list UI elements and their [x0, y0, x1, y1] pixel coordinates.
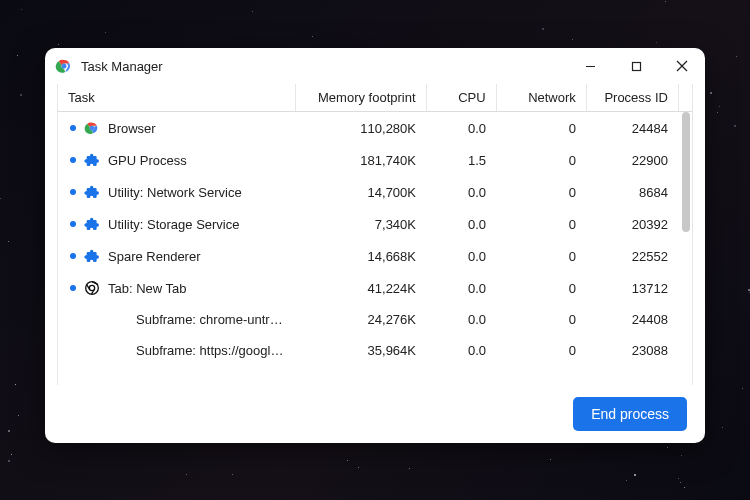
status-dot-icon: [70, 285, 76, 291]
cell-memory: 14,700K: [296, 176, 426, 208]
scrollbar-thumb[interactable]: [682, 112, 690, 232]
status-dot-icon: [70, 253, 76, 259]
cell-network: 0: [496, 112, 586, 144]
table-row[interactable]: GPU Process181,740K1.5022900: [58, 144, 692, 176]
cell-cpu: 0.0: [426, 176, 496, 208]
extension-icon: [84, 248, 100, 264]
extension-icon: [84, 216, 100, 232]
task-manager-window: Task Manager Task Memory footprint CPU N…: [45, 48, 705, 443]
cell-cpu: 0.0: [426, 112, 496, 144]
table-row[interactable]: Subframe: https://google.com/35,964K0.00…: [58, 335, 692, 366]
task-name: Spare Renderer: [108, 249, 201, 264]
cell-memory: 7,340K: [296, 208, 426, 240]
table-header-row: Task Memory footprint CPU Network Proces…: [58, 84, 693, 112]
status-dot-icon: [70, 189, 76, 195]
table-row[interactable]: Utility: Storage Service7,340K0.0020392: [58, 208, 692, 240]
task-name: Subframe: chrome-untrusted:/…: [136, 312, 286, 327]
col-cpu[interactable]: CPU: [426, 84, 496, 112]
cell-pid: 23088: [586, 335, 678, 366]
extension-icon: [84, 184, 100, 200]
task-name: Tab: New Tab: [108, 281, 187, 296]
chrome-outline-icon: [84, 280, 100, 296]
cell-pid: 22552: [586, 240, 678, 272]
col-task[interactable]: Task: [58, 84, 296, 112]
cell-network: 0: [496, 272, 586, 304]
cell-network: 0: [496, 335, 586, 366]
col-memory[interactable]: Memory footprint: [296, 84, 426, 112]
table-row[interactable]: Subframe: chrome-untrusted:/…24,276K0.00…: [58, 304, 692, 335]
task-name: Subframe: https://google.com/: [136, 343, 286, 358]
cell-memory: 41,224K: [296, 272, 426, 304]
close-button[interactable]: [659, 48, 705, 84]
task-name: Utility: Network Service: [108, 185, 242, 200]
cell-memory: 35,964K: [296, 335, 426, 366]
cell-network: 0: [496, 144, 586, 176]
table-row[interactable]: Browser110,280K0.0024484: [58, 112, 692, 144]
cell-memory: 181,740K: [296, 144, 426, 176]
cell-pid: 8684: [586, 176, 678, 208]
cell-memory: 24,276K: [296, 304, 426, 335]
cell-pid: 20392: [586, 208, 678, 240]
svg-point-11: [89, 285, 94, 290]
task-name: Utility: Storage Service: [108, 217, 240, 232]
status-dot-icon: [70, 125, 76, 131]
chrome-icon: [55, 57, 73, 75]
table-row[interactable]: Spare Renderer14,668K0.0022552: [58, 240, 692, 272]
cell-cpu: 0.0: [426, 304, 496, 335]
extension-icon: [84, 152, 100, 168]
task-name: Browser: [108, 121, 156, 136]
process-table: Task Memory footprint CPU Network Proces…: [45, 84, 705, 385]
cell-network: 0: [496, 304, 586, 335]
cell-pid: 22900: [586, 144, 678, 176]
cell-cpu: 0.0: [426, 335, 496, 366]
task-name: GPU Process: [108, 153, 187, 168]
window-title: Task Manager: [81, 59, 163, 74]
cell-cpu: 0.0: [426, 272, 496, 304]
end-process-button[interactable]: End process: [573, 397, 687, 431]
minimize-button[interactable]: [567, 48, 613, 84]
table-row[interactable]: Tab: New Tab41,224K0.0013712: [58, 272, 692, 304]
cell-memory: 14,668K: [296, 240, 426, 272]
cell-memory: 110,280K: [296, 112, 426, 144]
cell-cpu: 0.0: [426, 208, 496, 240]
cell-pid: 24408: [586, 304, 678, 335]
col-pid[interactable]: Process ID: [586, 84, 678, 112]
cell-cpu: 0.0: [426, 240, 496, 272]
cell-network: 0: [496, 176, 586, 208]
cell-network: 0: [496, 208, 586, 240]
col-network[interactable]: Network: [496, 84, 586, 112]
cell-cpu: 1.5: [426, 144, 496, 176]
chrome-icon: [84, 120, 100, 136]
titlebar[interactable]: Task Manager: [45, 48, 705, 84]
footer: End process: [45, 385, 705, 443]
svg-rect-4: [632, 62, 640, 70]
cell-network: 0: [496, 240, 586, 272]
col-scroll: [678, 84, 692, 112]
maximize-button[interactable]: [613, 48, 659, 84]
table-row[interactable]: Utility: Network Service14,700K0.008684: [58, 176, 692, 208]
cell-pid: 24484: [586, 112, 678, 144]
cell-pid: 13712: [586, 272, 678, 304]
status-dot-icon: [70, 221, 76, 227]
status-dot-icon: [70, 157, 76, 163]
